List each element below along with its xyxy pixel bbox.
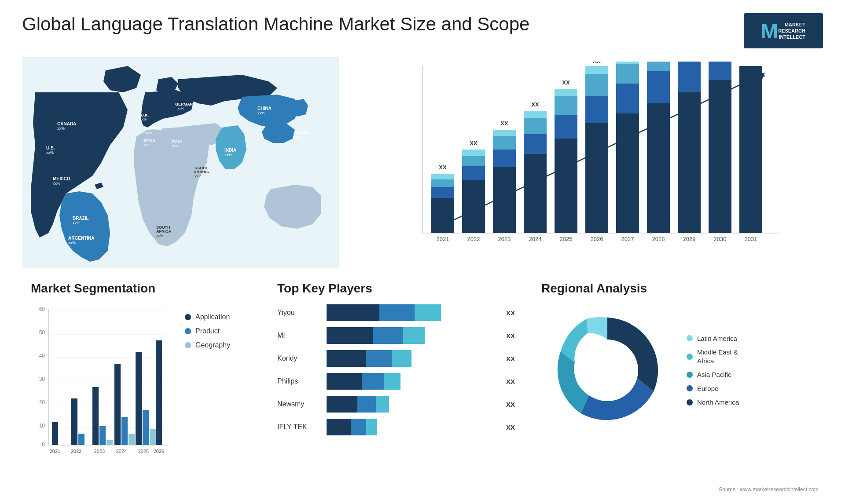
svg-text:xx%: xx% — [195, 174, 201, 178]
svg-rect-120 — [121, 417, 128, 445]
seg-legend: Application Product Geography — [185, 304, 230, 349]
svg-rect-50 — [493, 150, 516, 167]
regional-title: Regional Analysis — [541, 281, 814, 296]
svg-text:xx%: xx% — [68, 241, 76, 245]
player-bar-newsmy — [327, 396, 497, 413]
svg-text:20: 20 — [39, 399, 45, 405]
svg-text:XX: XX — [439, 164, 447, 171]
segmentation-title: Market Segmentation — [31, 281, 251, 296]
svg-text:2028: 2028 — [652, 236, 665, 242]
svg-rect-62 — [555, 115, 577, 139]
svg-text:2026: 2026 — [154, 449, 164, 454]
svg-text:MEXICO: MEXICO — [53, 176, 70, 181]
svg-text:2030: 2030 — [714, 236, 727, 242]
latin-america-label: Latin America — [697, 334, 737, 343]
svg-text:U.S.: U.S. — [46, 146, 55, 150]
player-value-philips: XX — [506, 378, 515, 385]
svg-text:10: 10 — [39, 423, 45, 429]
logo-area: M MARKET RESEARCH INTELLECT — [744, 13, 823, 48]
player-row-koridy: Koridy XX — [277, 350, 515, 367]
reg-legend-north-america: North America — [687, 398, 739, 407]
svg-rect-46 — [462, 150, 485, 156]
svg-text:ITALY: ITALY — [172, 139, 183, 144]
svg-rect-76 — [616, 62, 639, 64]
header: Global Language Translation Machine Mark… — [22, 13, 823, 48]
regional-legend: Latin America Middle East & Africa Asia … — [687, 334, 739, 407]
svg-text:SPAIN: SPAIN — [143, 139, 155, 143]
svg-text:AFRICA: AFRICA — [156, 229, 171, 234]
svg-text:XX: XX — [500, 120, 508, 127]
donut-container — [541, 304, 673, 436]
svg-text:2024: 2024 — [116, 449, 127, 454]
asia-pacific-dot — [687, 372, 693, 378]
svg-text:2023: 2023 — [94, 449, 105, 454]
players-list: Yiyou XX MI XX — [277, 304, 515, 435]
svg-text:2022: 2022 — [71, 449, 81, 454]
regional-section: Regional Analysis — [533, 277, 823, 497]
svg-rect-40 — [431, 174, 454, 179]
svg-rect-85 — [678, 62, 701, 92]
svg-rect-70 — [585, 66, 608, 74]
segment-latin-america — [587, 317, 607, 340]
logo-text: MARKET RESEARCH INTELLECT — [778, 22, 809, 40]
svg-text:CHINA: CHINA — [257, 106, 272, 111]
map-section: CANADA xx% U.S. xx% MEXICO xx% BRAZIL xx… — [22, 57, 339, 268]
svg-rect-125 — [150, 429, 156, 445]
geography-label: Geography — [195, 341, 230, 349]
svg-rect-67 — [585, 123, 608, 233]
svg-rect-37 — [431, 198, 454, 233]
page-container: Global Language Translation Machine Mark… — [0, 0, 845, 504]
player-bar-yiyou — [327, 304, 497, 321]
svg-rect-112 — [71, 398, 77, 445]
svg-text:INDIA: INDIA — [224, 148, 236, 153]
svg-text:60: 60 — [39, 306, 45, 312]
svg-rect-73 — [616, 113, 639, 233]
svg-text:2021: 2021 — [50, 449, 60, 454]
north-america-label: North America — [697, 398, 739, 407]
svg-text:xx%: xx% — [57, 126, 65, 131]
svg-rect-69 — [585, 74, 608, 96]
svg-text:BRAZIL: BRAZIL — [73, 216, 89, 221]
svg-text:FRANCE: FRANCE — [145, 126, 162, 131]
legend-product: Product — [185, 327, 230, 335]
svg-text:xx%: xx% — [145, 131, 152, 135]
svg-rect-45 — [462, 156, 485, 166]
reg-legend-middle-east: Middle East & Africa — [687, 348, 739, 365]
svg-rect-38 — [431, 187, 454, 198]
player-name-newsmy: Newsmy — [277, 400, 321, 408]
svg-text:2027: 2027 — [621, 236, 634, 242]
svg-text:50: 50 — [39, 329, 45, 336]
svg-text:0: 0 — [42, 442, 45, 448]
svg-text:xx%: xx% — [156, 234, 163, 237]
middle-east-dot — [687, 354, 693, 360]
player-name-mi: MI — [277, 332, 321, 340]
svg-rect-110 — [52, 422, 58, 445]
svg-rect-124 — [143, 410, 149, 445]
product-label: Product — [195, 327, 220, 335]
player-bar-ifly — [327, 419, 497, 435]
svg-text:2026: 2026 — [591, 236, 603, 242]
svg-text:xx%: xx% — [177, 106, 184, 110]
europe-label: Europe — [697, 384, 718, 393]
svg-text:ARGENTINA: ARGENTINA — [68, 236, 94, 241]
svg-text:2022: 2022 — [467, 236, 480, 242]
player-value-koridy: XX — [506, 355, 515, 362]
product-dot — [185, 328, 191, 334]
svg-rect-121 — [129, 434, 135, 445]
asia-pacific-label: Asia Pacific — [697, 370, 731, 379]
svg-rect-119 — [114, 364, 121, 445]
svg-rect-68 — [585, 96, 608, 123]
svg-rect-61 — [555, 139, 577, 233]
player-value-newsmy: XX — [506, 401, 515, 408]
europe-dot — [687, 385, 693, 391]
reg-legend-asia-pacific: Asia Pacific — [687, 370, 739, 379]
player-bar-koridy — [327, 350, 497, 367]
svg-text:xx%: xx% — [73, 221, 80, 225]
donut-hole — [577, 340, 638, 401]
svg-text:xx%: xx% — [143, 143, 150, 147]
svg-text:2029: 2029 — [683, 236, 696, 242]
geography-dot — [185, 342, 191, 348]
player-value-mi: XX — [506, 332, 515, 340]
legend-geography: Geography — [185, 341, 230, 349]
svg-text:xx%: xx% — [46, 150, 54, 155]
